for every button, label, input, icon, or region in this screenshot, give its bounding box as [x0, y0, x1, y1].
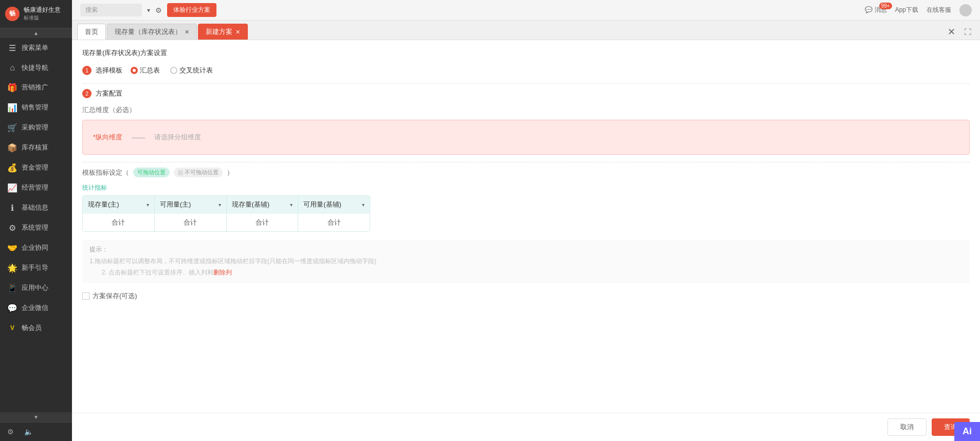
sidebar: 畅 畅康通好生意 标准版 ▲ ☰ 搜索菜单 ⌂ 快捷导航 🎁 营销推广 📊 销售…: [0, 0, 72, 441]
stats-table: 现存量(主) ▾ 可用量(主) ▾ 现存量(基辅) ▾ 可用量(基辅): [82, 195, 370, 232]
save-option: 方案保存(可选): [82, 291, 970, 301]
sidebar-item-vip[interactable]: V 畅会员: [0, 318, 72, 338]
sidebar-item-newbie[interactable]: 🌟 新手引导: [0, 258, 72, 278]
stats-col-2-header[interactable]: 可用量(主) ▾: [155, 196, 227, 213]
message-badge[interactable]: 💬 消息 99+: [865, 6, 886, 14]
sidebar-item-management[interactable]: 📈 经营管理: [0, 178, 72, 198]
management-icon: 📈: [7, 183, 17, 193]
dimension-box[interactable]: *纵向维度 —— 请选择分组维度: [82, 120, 970, 155]
stats-col-1-label: 现存量(主): [88, 200, 119, 209]
volume-icon[interactable]: 🔈: [24, 428, 33, 436]
sidebar-item-enterprise[interactable]: 🤝 企业协同: [0, 238, 72, 258]
radio-cross-table[interactable]: 交叉统计表: [170, 66, 213, 75]
section1-title: 选择模板: [96, 66, 122, 75]
tips-item-2-text: 2. 点击标题栏下拉可设置排序、插入列和删除列: [89, 269, 232, 276]
sidebar-item-inventory[interactable]: 📦 库存核算: [0, 138, 72, 158]
settings-icon[interactable]: ⚙: [7, 428, 14, 436]
stats-col-2-dropdown[interactable]: ▾: [219, 202, 221, 208]
stats-col-3-header[interactable]: 现存量(基辅) ▾: [227, 196, 299, 213]
stats-section: 统计指标 现存量(主) ▾ 可用量(主) ▾ 现存量(基辅): [82, 183, 970, 232]
sidebar-item-label: 资金管理: [22, 163, 48, 172]
indicator-settings-label: 模板指标设定（ 可拖动位置 不可拖动位置 ）: [82, 168, 970, 177]
radio-summary-label: 汇总表: [140, 66, 160, 75]
search-bar[interactable]: 搜索: [80, 4, 142, 16]
header-right: 💬 消息 99+ App下载 在线客服: [865, 4, 972, 16]
tab-new-scheme[interactable]: 新建方案 ✕: [198, 24, 248, 40]
non-draggable-badge: 不可拖动位置: [174, 168, 223, 177]
sidebar-item-marketing[interactable]: 🎁 营销推广: [0, 78, 72, 98]
sidebar-item-label: 经营管理: [22, 183, 48, 192]
sidebar-scroll-down[interactable]: ▼: [0, 412, 72, 422]
draggable-badge: 可拖动位置: [133, 168, 170, 177]
section2-title: 方案配置: [96, 89, 122, 98]
stats-col-1-dropdown[interactable]: ▾: [147, 202, 149, 208]
tips-title: 提示：: [89, 245, 963, 254]
tab-new-scheme-close-icon[interactable]: ✕: [235, 29, 240, 35]
trial-button[interactable]: 体验行业方案: [167, 3, 216, 17]
sidebar-item-search[interactable]: ☰ 搜索菜单: [0, 38, 72, 58]
info-icon: ℹ: [7, 203, 17, 213]
customer-service-link[interactable]: 在线客服: [927, 6, 951, 14]
save-checkbox[interactable]: [82, 292, 89, 300]
sales-icon: 📊: [7, 103, 17, 113]
stats-data-cell-3: 合计: [227, 214, 299, 231]
tips-item-2: 2. 点击标题栏下拉可设置排序、插入列和删除列: [89, 267, 963, 279]
sidebar-item-finance[interactable]: 💰 资金管理: [0, 158, 72, 178]
sidebar-item-label: 搜索菜单: [22, 43, 48, 52]
stats-col-3-label: 现存量(基辅): [232, 200, 270, 209]
radio-summary-table[interactable]: 汇总表: [131, 66, 160, 75]
stats-data-row: 合计 合计 合计 合计: [83, 213, 370, 231]
tab-inventory[interactable]: 现存量（库存状况表） ✕: [107, 24, 197, 40]
sidebar-item-purchase[interactable]: 🛒 采购管理: [0, 118, 72, 138]
template-radio-group: 汇总表 交叉统计表: [131, 66, 213, 75]
avatar[interactable]: [959, 4, 972, 16]
divider-1: [82, 83, 970, 84]
home-icon: ⌂: [7, 63, 17, 72]
sidebar-item-system[interactable]: ⚙ 系统管理: [0, 218, 72, 238]
radio-cross-label: 交叉统计表: [179, 66, 213, 75]
sidebar-scroll-up[interactable]: ▲: [0, 28, 72, 38]
enterprise-icon: 🤝: [7, 243, 17, 253]
stats-col-4-header[interactable]: 可用量(基辅) ▾: [298, 196, 370, 213]
stats-col-3-dropdown[interactable]: ▾: [290, 202, 293, 208]
page-title: 现存量(库存状况表)方案设置: [82, 48, 970, 58]
sidebar-nav: ☰ 搜索菜单 ⌂ 快捷导航 🎁 营销推广 📊 销售管理 🛒 采购管理 📦 库存核…: [0, 38, 72, 412]
sidebar-item-apps[interactable]: 📱 应用中心: [0, 278, 72, 298]
ai-badge[interactable]: Ai: [954, 422, 980, 441]
stats-data-cell-2: 合计: [155, 214, 227, 231]
tab-home[interactable]: 首页: [77, 24, 106, 40]
search-menu-icon: ☰: [7, 43, 17, 53]
dimension-placeholder: 请选择分组维度: [154, 133, 201, 142]
apps-icon: 📱: [7, 283, 17, 293]
tab-close-button[interactable]: ✕: [944, 25, 958, 39]
summary-dimension-label: 汇总维度（必选）: [82, 105, 970, 115]
indicator-close-paren: ）: [227, 168, 233, 177]
header-gear-icon[interactable]: ⚙: [155, 6, 162, 14]
tab-inventory-close-icon[interactable]: ✕: [185, 29, 189, 35]
sidebar-item-quicknav[interactable]: ⌂ 快捷导航: [0, 58, 72, 78]
save-option-label: 方案保存(可选): [93, 291, 137, 301]
section2-num: 2: [82, 89, 92, 98]
header-dropdown[interactable]: ▾: [147, 7, 150, 14]
delete-highlight: 删除列: [213, 269, 232, 276]
sidebar-item-wechat[interactable]: 💬 企业微信: [0, 298, 72, 318]
finance-icon: 💰: [7, 163, 17, 173]
required-mark: *纵向维度: [93, 133, 122, 142]
gift-icon: 🎁: [7, 83, 17, 93]
section-choose-template: 1 选择模板 汇总表 交叉统计表: [82, 66, 970, 75]
stats-col-1-header[interactable]: 现存量(主) ▾: [83, 196, 155, 213]
tab-expand-button[interactable]: ⛶: [960, 25, 975, 39]
stats-label: 统计指标: [82, 183, 970, 192]
sidebar-item-label: 畅会员: [22, 323, 42, 333]
tab-new-scheme-label: 新建方案: [206, 27, 232, 36]
sidebar-item-sales[interactable]: 📊 销售管理: [0, 98, 72, 118]
tips-item-1: 1.拖动标题栏可以调整布局，不可跨维度或指标区域拖动栏目字段(只能在同一维度或指…: [89, 256, 963, 267]
sidebar-item-label: 企业协同: [22, 243, 48, 252]
stats-col-4-dropdown[interactable]: ▾: [362, 202, 365, 208]
sidebar-item-basic-info[interactable]: ℹ 基础信息: [0, 198, 72, 218]
section-scheme-config: 2 方案配置 汇总维度（必选） *纵向维度 —— 请选择分组维度 模板指标设定（…: [82, 89, 970, 283]
tips-section: 提示： 1.拖动标题栏可以调整布局，不可跨维度或指标区域拖动栏目字段(只能在同一…: [82, 240, 970, 283]
app-download-link[interactable]: App下载: [895, 6, 918, 14]
cancel-button[interactable]: 取消: [887, 418, 927, 436]
sidebar-item-label: 采购管理: [22, 123, 48, 132]
